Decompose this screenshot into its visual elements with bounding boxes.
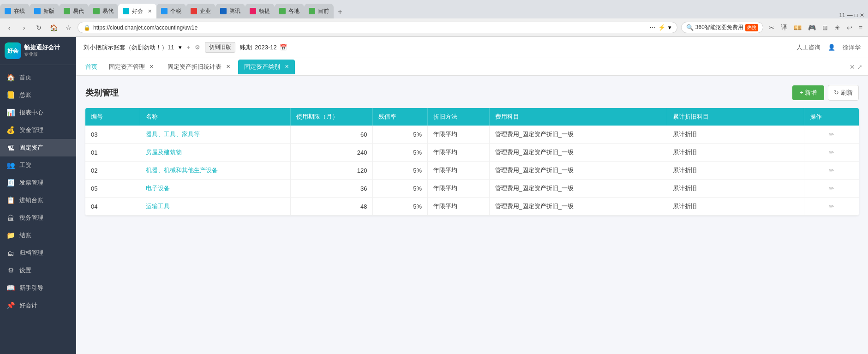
browser-tab-gedi[interactable]: 各地: [275, 4, 304, 18]
sidebar-label-assets: 固定资产: [19, 144, 43, 152]
brightness-icon[interactable]: ☀: [832, 23, 842, 32]
tab-close-asset-management[interactable]: ✕: [150, 64, 154, 70]
tab-close-depreciation-report[interactable]: ✕: [226, 64, 230, 70]
tab-close-asset-category[interactable]: ✕: [285, 64, 289, 70]
logo-title: 畅捷通好会计: [24, 44, 60, 52]
cell-id: 02: [85, 162, 140, 180]
cell-accum: 累计折旧: [667, 198, 804, 216]
sidebar-item-guide[interactable]: 📖 新手引导: [0, 279, 76, 297]
col-header-rate: 残值率: [373, 108, 428, 126]
browser-tab-tax[interactable]: 个税: [156, 4, 186, 18]
tab-asset-management[interactable]: 固定资产管理 ✕: [103, 60, 160, 74]
tab-asset-category[interactable]: 固定资产类别 ✕: [238, 60, 295, 74]
refresh-button[interactable]: ↻ 刷新: [828, 85, 859, 101]
cell-name: 器具、工具、家具等: [140, 126, 291, 144]
browser-tab-corp[interactable]: 企业: [186, 4, 216, 18]
browser-tab-muqian[interactable]: 目前: [304, 4, 334, 18]
edit-icon[interactable]: ✏: [829, 203, 834, 210]
url-text: https://cloud.chanjet.com/accounting/uw1…: [93, 24, 647, 31]
cell-id: 01: [85, 144, 140, 162]
cell-accum: 累计折旧: [667, 162, 804, 180]
browser-tab-yi1[interactable]: 易代: [59, 4, 89, 18]
cell-method: 年限平均: [428, 144, 489, 162]
browser-tab-online[interactable]: 在线: [0, 4, 30, 18]
close-window-button[interactable]: ✕: [860, 12, 864, 18]
cell-op: ✏: [804, 162, 859, 180]
sidebar-item-invoice[interactable]: 🧾 发票管理: [0, 174, 76, 192]
browser-tab-yi2[interactable]: 易代: [89, 4, 118, 18]
col-header-fee: 费用科目: [489, 108, 667, 126]
edit-icon[interactable]: ✏: [829, 149, 834, 156]
sidebar-item-payroll[interactable]: 👥 工资: [0, 156, 76, 174]
wallet-icon[interactable]: 💴: [792, 23, 803, 32]
cell-period: 120: [291, 162, 373, 180]
sidebar-item-funds[interactable]: 💰 资金管理: [0, 121, 76, 139]
sidebar-label-settings: 设置: [19, 266, 31, 275]
scissors-icon[interactable]: ✂: [767, 23, 776, 32]
tab-home[interactable]: 首页: [82, 60, 101, 74]
undo-icon[interactable]: ↩: [845, 23, 854, 32]
category-table: 编号 名称 使用期限（月） 残值率 折旧方法 费用科目 累计折旧科目 操作 03…: [85, 108, 859, 216]
sidebar-item-home[interactable]: 🏠 首页: [0, 69, 76, 86]
new-tab-button[interactable]: +: [334, 6, 347, 18]
sidebar-item-close[interactable]: 📁 结账: [0, 227, 76, 244]
sidebar-item-haokuaiji[interactable]: 📌 好会计: [0, 297, 76, 314]
settings-gear-icon[interactable]: ⚙: [195, 44, 200, 51]
address-input[interactable]: 🔒 https://cloud.chanjet.com/accounting/u…: [78, 22, 677, 33]
tab-label-asset-category: 固定资产类别: [244, 63, 280, 71]
add-button[interactable]: + 新增: [792, 85, 824, 100]
sidebar-label-payroll: 工资: [19, 161, 31, 169]
tab-depreciation-report[interactable]: 固定资产折旧统计表 ✕: [162, 60, 236, 74]
cell-name: 房屋及建筑物: [140, 144, 291, 162]
sidebar-label-close: 结账: [19, 231, 31, 240]
browser-tab-chang[interactable]: 畅提: [245, 4, 275, 18]
page-header: 类别管理 + 新增 ↻ 刷新: [85, 85, 859, 101]
period-label: 账期: [240, 43, 252, 52]
calendar-icon[interactable]: 📅: [280, 44, 287, 51]
sidebar-item-reports[interactable]: 📊 报表中心: [0, 104, 76, 121]
dropdown-arrow[interactable]: ▾: [179, 44, 182, 51]
game-icon[interactable]: 🎮: [806, 23, 818, 32]
forward-button[interactable]: ›: [18, 22, 30, 33]
browser-tab-tencent[interactable]: 腾讯: [216, 4, 245, 18]
sidebar-item-inventory[interactable]: 📋 进销台账: [0, 192, 76, 209]
tab-close-icon[interactable]: ✕: [148, 8, 152, 14]
boost-icon: ⚡: [658, 24, 665, 31]
minimize-button[interactable]: —: [847, 12, 853, 18]
cell-id: 05: [85, 180, 140, 198]
home-button[interactable]: 🏠: [48, 22, 59, 33]
reload-button[interactable]: ↻: [33, 22, 44, 33]
tab-label-depreciation-report: 固定资产折旧统计表: [168, 63, 221, 71]
sidebar-label-reports: 报表中心: [19, 108, 43, 117]
translate-icon[interactable]: 译: [779, 23, 789, 33]
search-box[interactable]: 🔍 360智能抠图免费用 热搜: [681, 22, 763, 33]
sidebar-item-settings[interactable]: ⚙ 设置: [0, 262, 76, 279]
grid-icon[interactable]: ⊞: [820, 23, 830, 32]
restore-button[interactable]: □: [855, 12, 858, 18]
switch-version-button[interactable]: 切到旧版: [205, 42, 235, 53]
bookmark-button[interactable]: ☆: [63, 22, 74, 33]
sidebar-item-archive[interactable]: 🗂 归档管理: [0, 244, 76, 262]
ledger-icon: 📒: [6, 91, 15, 99]
invoice-icon: 🧾: [6, 179, 15, 187]
period-value: 2023-12: [255, 44, 277, 51]
cell-period: 48: [291, 198, 373, 216]
panel-close-icon[interactable]: ✕: [850, 63, 855, 71]
cell-id: 04: [85, 198, 140, 216]
back-button[interactable]: ‹: [4, 22, 15, 33]
panel-expand-icon[interactable]: ⤢: [857, 63, 862, 71]
sidebar-item-tax[interactable]: 🏛 税务管理: [0, 209, 76, 227]
menu-icon[interactable]: ≡: [857, 23, 864, 32]
browser-tab-new[interactable]: 新版: [30, 4, 59, 18]
tab-count: 11: [839, 12, 845, 18]
edit-icon[interactable]: ✏: [829, 131, 834, 138]
consultant-button[interactable]: 人工咨询: [796, 43, 820, 52]
edit-icon[interactable]: ✏: [829, 167, 834, 174]
cell-fee: 管理费用_固定资产折旧_一级: [489, 198, 667, 216]
browser-tab-hao[interactable]: 好会 ✕: [118, 4, 156, 18]
edit-icon[interactable]: ✏: [829, 185, 834, 192]
sidebar-item-assets[interactable]: 🏗 固定资产: [0, 139, 76, 156]
sidebar-item-ledger[interactable]: 📒 总账: [0, 86, 76, 104]
add-account-button[interactable]: +: [186, 44, 190, 51]
cell-rate: 5%: [373, 126, 428, 144]
